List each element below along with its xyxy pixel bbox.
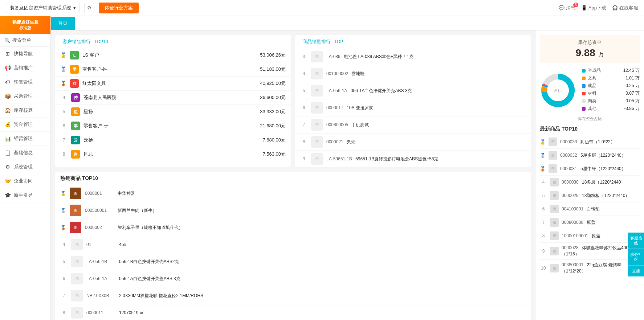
legend-item: 材料 0.07 万 [582, 90, 640, 97]
product-info: LA-089 电池盖 LA-089 ABS本色+黑种 7.1克 [326, 54, 526, 60]
sidebar-item-5[interactable]: 💰资金管理 [0, 118, 50, 132]
sidebar-item-6[interactable]: 📊经营管理 [0, 132, 50, 146]
sidebar-item-8[interactable]: ⚙系统管理 [0, 160, 50, 174]
product-code-name: LA-089 电池盖 LA-089 ABS本色+黑种 7.1克 [326, 54, 526, 60]
logo-line1: 畅捷通好生意 [12, 20, 38, 25]
latest-rank-num: 4 [540, 180, 547, 185]
product-info: 001000002 雪地鞋 [326, 71, 526, 77]
legend-item: 成品 0.25 万 [582, 83, 640, 89]
hot-product-row: 8 图 0000011 12070519-xs [55, 304, 531, 320]
hot-medal: 🥈 [60, 208, 66, 213]
hot-product-code: 01 [86, 242, 115, 247]
product-name: 雪地鞋 [351, 71, 364, 76]
product-code: 0000017 [326, 105, 343, 110]
rank-medal: 🥉 [60, 81, 66, 86]
sidebar-item-10[interactable]: 🎓新手引导 [0, 188, 50, 202]
sidebar-item-3[interactable]: 📦采购管理 [0, 89, 50, 103]
product-thumbnail: 图 [311, 51, 323, 62]
customer-service-button[interactable]: 客服热线 [628, 233, 644, 249]
message-badge: 6 [573, 3, 578, 7]
gear-icon: ⚙ [87, 5, 91, 11]
product-thumbnail: 图 [311, 153, 323, 165]
system-selector[interactable]: 装备及固定资产辅助管理系统 ▾ [6, 3, 80, 13]
product-code: LA-089 [326, 54, 341, 59]
legend-name: 半成品 [588, 67, 621, 74]
customer-name: 肖总 [83, 151, 259, 157]
latest-product-thumb: 图 [550, 191, 559, 200]
sidebar-item-0[interactable]: ⊞快捷导航 [0, 47, 50, 61]
latest-rank-num: 9 [540, 249, 547, 254]
latest-product-thumb: 图 [550, 247, 559, 255]
trial-button[interactable]: 体验行业方案 [99, 3, 139, 13]
customer-avatar: 零 [71, 122, 80, 130]
sidebar-label-3: 采购管理 [14, 93, 33, 99]
app-download-button[interactable]: 📱 App下载 [581, 5, 606, 11]
product-name: 电池盖 LA-089 ABS本色+黑种 7.1克 [344, 54, 413, 59]
product-code-name: LA-59651-1B 59651-1B旋转投影灯电池盒ABS黑色+58克 [326, 156, 526, 162]
chevron-down-icon: ▾ [73, 5, 76, 11]
latest-product-row: 6 图 004100001 白钢垫 [540, 202, 640, 216]
latest-product-code: 0000031 [560, 166, 577, 171]
sidebar-item-2[interactable]: 🏷销售管理 [0, 75, 50, 89]
sidebar-icon-2: 🏷 [4, 79, 11, 85]
hot-product-name: 中华神器 [118, 190, 135, 197]
latest-rank-num: 7 [540, 220, 547, 225]
message-button[interactable]: 💬 消息 6 [559, 5, 575, 11]
sidebar-item-4[interactable]: 🏠库存核算 [0, 103, 50, 118]
live-broadcast-button[interactable]: 直播 [628, 266, 644, 276]
sidebar-label-10: 新手引导 [14, 192, 33, 198]
hot-product-code: 000500001 [85, 208, 114, 213]
product-info: LA-056-1A 056-1A白色按键开关壳ABS 3克 [326, 88, 526, 94]
product-rank-num: 7 [300, 122, 307, 127]
hot-product-name: 新西兰牛肉（新牛） [118, 208, 157, 214]
hot-product-name: 智利车子里（规格不知道填什么） [118, 225, 183, 231]
sidebar-icon-6: 📊 [4, 136, 11, 141]
sidebar-item-1[interactable]: 📢营销推广 [0, 61, 50, 75]
latest-product-thumb: 图 [549, 164, 557, 173]
online-service-button[interactable]: 🎧 在线客服 [612, 5, 638, 11]
chart-label: 库存资金占比 [540, 116, 640, 122]
hot-product-code: 0000002 [85, 225, 114, 230]
product-code-name: LA-056-1A 056-1A白色按键开关壳ABS 3克 [326, 88, 526, 94]
latest-product-info: 004100001 白钢垫 [562, 206, 640, 212]
product-info: 000800005 手机测试 [326, 122, 526, 128]
product-name: 手机测试 [351, 122, 369, 127]
customer-rank-row: 🥈 零 零售客户-许 51,183.00元 [55, 62, 291, 77]
legend-name: 肉类 [588, 98, 622, 104]
customer-ranking-card: 客户销售排行 TOP10 🥇 L LS 客户 53,006.26元 🥈 零 零售… [55, 35, 291, 167]
customer-name: 苍南县人民医院 [83, 94, 256, 101]
sidebar-item-9[interactable]: 🤝企业协同 [0, 174, 50, 188]
latest-medal: 🥈 [540, 153, 546, 158]
customer-amount: 40,925.00元 [260, 80, 286, 87]
latest-medal: 🥇 [540, 139, 546, 145]
search-menu-button[interactable]: 🔍 搜索菜单 [0, 34, 50, 47]
product-rank-row: 6 图 0000017 10S 变扭罗浆 [295, 99, 531, 116]
sidebar-label-5: 资金管理 [14, 121, 33, 128]
customer-rank-row: 🥇 L LS 客户 53,006.26元 [55, 48, 291, 62]
legend-item: 其他 -3.86 万 [582, 106, 640, 112]
latest-product-row: 7 图 000800008 原盖 [540, 216, 640, 229]
sidebar-icon-0: ⊞ [4, 51, 11, 57]
legend-dot [582, 107, 586, 111]
hot-rank-num: 6 [60, 276, 68, 281]
tab-home[interactable]: 首页 [51, 17, 75, 30]
inventory-total-card: 库存总资金 9.88 万 [540, 35, 640, 63]
product-thumbnail: 图 [311, 136, 323, 148]
legend-dot [582, 77, 586, 80]
product-name: 59651-1B旋转投影灯电池盒ABS黑色+58克 [355, 156, 438, 161]
sidebar-item-7[interactable]: 📋基础信息 [0, 146, 50, 160]
hot-product-thumb: 图 [71, 307, 83, 319]
hot-rank-num: 8 [60, 310, 68, 315]
topbar: 装备及固定资产辅助管理系统 ▾ ⚙ 体验行业方案 💬 消息 6 📱 App下载 … [0, 0, 644, 16]
donut-chart: 占比 [540, 72, 576, 108]
latest-product-name: 5厘多层（1220*2440） [580, 153, 626, 158]
service-community-button[interactable]: 服务社区 [628, 249, 644, 266]
product-code-name: 000800005 手机测试 [326, 122, 526, 128]
headset-icon: 🎧 [612, 5, 618, 11]
latest-product-row: 🥇 图 0000033 封边带（1.0*22） [540, 135, 640, 149]
latest-medal: 🥉 [540, 166, 546, 172]
product-rank-row: 9 图 LA-59651-1B 59651-1B旋转投影灯电池盒ABS黑色+58… [295, 151, 531, 167]
settings-button[interactable]: ⚙ [84, 3, 94, 13]
app-download-label: App下载 [588, 5, 606, 11]
customer-amount: 53,006.26元 [260, 52, 286, 58]
